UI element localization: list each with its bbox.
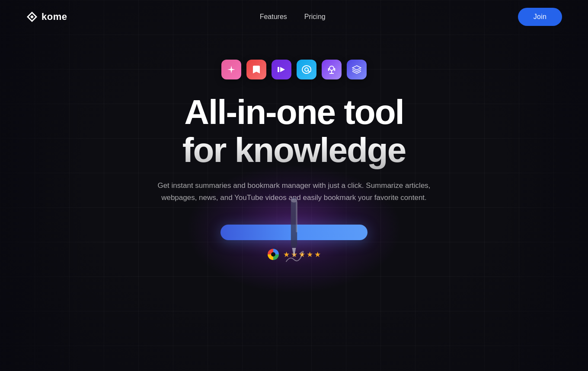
svg-marker-3 — [280, 67, 285, 72]
app-icon-sparkle — [221, 60, 241, 79]
svg-rect-4 — [278, 67, 279, 72]
app-icon-at — [297, 60, 316, 79]
svg-rect-14 — [296, 201, 298, 232]
svg-point-6 — [329, 66, 334, 70]
svg-point-15 — [291, 199, 297, 203]
nav-links: Features Pricing — [260, 13, 326, 21]
nav-pricing[interactable]: Pricing — [304, 13, 326, 21]
app-icon-layers — [347, 60, 367, 79]
app-icons-row — [221, 60, 367, 79]
nav-features[interactable]: Features — [260, 13, 287, 21]
app-icon-podcast — [322, 60, 342, 79]
logo-text: kome — [42, 11, 67, 22]
pen-illustration — [264, 193, 324, 273]
app-icon-video — [272, 60, 291, 79]
app-icon-bookmark — [246, 60, 266, 79]
svg-point-5 — [305, 68, 308, 71]
hero-title: All-in-one tool for knowledge — [182, 93, 406, 169]
logo[interactable]: kome — [26, 11, 67, 23]
hero-section: All-in-one tool for knowledge Get instan… — [0, 34, 588, 260]
svg-marker-13 — [292, 248, 296, 258]
navbar: kome Features Pricing Join — [0, 0, 588, 34]
join-button[interactable]: Join — [518, 8, 562, 26]
logo-icon — [26, 11, 38, 23]
svg-marker-11 — [352, 66, 361, 70]
